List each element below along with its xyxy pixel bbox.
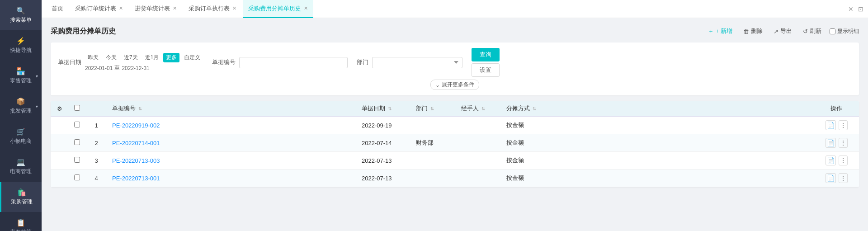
setting-button[interactable]: 设置 <box>472 63 500 77</box>
row-action-icons-1: 📄 ⋮ <box>818 138 854 148</box>
row-action-icons-0: 📄 ⋮ <box>818 120 854 130</box>
th-split-method[interactable]: 分摊方式 ⇅ <box>502 101 814 117</box>
row-action-icons-2: 📄 ⋮ <box>818 156 854 165</box>
sidebar-item-inventory-label: 库存核算 <box>10 228 32 231</box>
page-title: 采购费用分摊单历史 <box>51 27 116 36</box>
search-button[interactable]: 查询 <box>472 48 500 61</box>
th-settings[interactable]: ⚙ <box>51 101 69 117</box>
row-checkbox-1[interactable] <box>74 139 80 145</box>
row-checkbox-0[interactable] <box>74 122 80 127</box>
row-checkbox-2[interactable] <box>74 157 80 163</box>
row-doc-link-3[interactable]: PE-20220713-001 <box>112 175 160 182</box>
row-more-icon-3[interactable]: ⋮ <box>839 173 848 183</box>
row-doc-link-2[interactable]: PE-20220713-003 <box>112 157 160 164</box>
tab-purchase-cost-history[interactable]: 采购费用分摊单历史 ✕ <box>243 0 313 18</box>
row-edit-icon-0[interactable]: 📄 <box>826 120 836 130</box>
table-area: ⚙ 单据编号 ⇅ 单据日期 ⇅ <box>51 101 859 187</box>
row-cb-1 <box>69 134 85 152</box>
sidebar-item-retail-label: 零售管理 <box>10 77 32 85</box>
table-row: 2 PE-20220714-001 2022-07-14 财务部 按金额 📄 ⋮ <box>51 134 859 152</box>
date-btn-yesterday[interactable]: 昨天 <box>85 53 101 62</box>
refresh-button[interactable]: ↺ 刷新 <box>800 25 824 37</box>
select-all-checkbox[interactable] <box>74 105 80 111</box>
date-to-value: 2022-12-31 <box>122 65 149 71</box>
table-row: 3 PE-20220713-003 2022-07-13 按金额 📄 ⋮ <box>51 152 859 170</box>
row-more-icon-2[interactable]: ⋮ <box>839 156 848 165</box>
row-doc-no-1: PE-20220714-001 <box>108 134 357 152</box>
row-doc-link-0[interactable]: PE-20220919-002 <box>112 122 160 129</box>
show-columns-input[interactable] <box>830 28 835 34</box>
tab-close-purchase-order-exec[interactable]: ✕ <box>232 5 236 11</box>
row-split-3: 按金额 <box>502 170 814 187</box>
row-handler-3 <box>457 170 502 187</box>
delete-button[interactable]: 🗑 删除 <box>741 25 765 37</box>
date-btn-more[interactable]: 更多 <box>163 53 179 62</box>
date-btn-7days[interactable]: 近7天 <box>121 53 141 62</box>
refresh-label: 刷新 <box>810 27 821 35</box>
th-no <box>85 101 108 117</box>
th-dept[interactable]: 部门 ⇅ <box>411 101 457 117</box>
ecom-icon: 💻 <box>16 158 25 166</box>
sidebar-item-search[interactable]: 🔍 搜索菜单 <box>0 0 42 30</box>
toolbar: ＋ + 新增 🗑 删除 ↗ 导出 ↺ 刷新 显示明细 <box>705 25 859 37</box>
chevron-down-icon3: ⌄ <box>435 82 440 88</box>
tab-purchase-order-stats[interactable]: 采购订单统计表 ✕ <box>70 0 128 18</box>
row-split-1: 按金额 <box>502 134 814 152</box>
tab-home-label: 首页 <box>52 5 63 13</box>
data-table: ⚙ 单据编号 ⇅ 单据日期 ⇅ <box>51 101 859 187</box>
th-date[interactable]: 单据日期 ⇅ <box>357 101 411 117</box>
row-edit-icon-3[interactable]: 📄 <box>826 173 836 183</box>
date-btn-1month[interactable]: 近1月 <box>142 53 162 62</box>
row-more-icon-1[interactable]: ⋮ <box>839 138 848 148</box>
row-dept-2 <box>411 152 457 170</box>
show-columns-checkbox[interactable]: 显示明细 <box>830 28 859 35</box>
sidebar-item-retail[interactable]: 🏪 零售管理 ▾ <box>0 61 42 91</box>
row-more-icon-0[interactable]: ⋮ <box>839 120 848 130</box>
row-edit-icon-1[interactable]: 📄 <box>826 138 836 148</box>
row-dept-1: 财务部 <box>411 134 457 152</box>
row-date-2: 2022-07-13 <box>357 152 411 170</box>
row-split-0: 按金额 <box>502 117 814 134</box>
tab-purchase-order-exec[interactable]: 采购订单执行表 ✕ <box>183 0 242 18</box>
sidebar-item-search-label: 搜索菜单 <box>10 16 32 24</box>
sidebar: 🔍 搜索菜单 ⚡ 快捷导航 🏪 零售管理 ▾ 📦 批发管理 ▾ 🛒 小畅电商 💻… <box>0 0 42 231</box>
row-doc-link-1[interactable]: PE-20220714-001 <box>112 140 160 146</box>
tab-close-purchase-goods-stats[interactable]: ✕ <box>173 5 177 11</box>
th-split-label: 分摊方式 <box>506 105 530 112</box>
row-checkbox-3[interactable] <box>74 174 80 180</box>
add-button[interactable]: ＋ + 新增 <box>705 25 735 37</box>
tab-close-purchase-cost-history[interactable]: ✕ <box>304 5 308 11</box>
tab-home[interactable]: 首页 <box>46 0 69 18</box>
search-icon: 🔍 <box>16 6 25 15</box>
th-doc-no[interactable]: 单据编号 ⇅ <box>108 101 357 117</box>
sidebar-item-ecom-small[interactable]: 🛒 小畅电商 <box>0 121 42 151</box>
date-btn-custom[interactable]: 自定义 <box>181 53 203 62</box>
date-range-separator: 至 <box>114 64 120 72</box>
row-edit-icon-2[interactable]: 📄 <box>826 156 836 165</box>
row-settings-0 <box>51 117 69 134</box>
date-range-btns: 昨天 今天 近7天 近1月 更多 自定义 <box>85 53 203 62</box>
date-from-value: 2022-01-01 <box>85 65 113 71</box>
tab-purchase-goods-stats[interactable]: 进货单统计表 ✕ <box>129 0 182 18</box>
sort-doc-icon: ⇅ <box>138 106 142 111</box>
search-area: 单据日期 昨天 今天 近7天 近1月 更多 自定义 2022-01-01 <box>51 42 859 95</box>
row-action-0: 📄 ⋮ <box>814 117 859 134</box>
expand-more-button[interactable]: ⌄ 展开更多条件 <box>430 80 479 90</box>
delete-icon: 🗑 <box>743 28 749 35</box>
close-all-icon[interactable]: ✕ <box>848 5 854 13</box>
th-handler[interactable]: 经手人 ⇅ <box>457 101 502 117</box>
refresh-icon: ↺ <box>803 28 808 35</box>
maximize-icon[interactable]: ⊡ <box>858 5 863 13</box>
sidebar-item-ecom[interactable]: 💻 电商管理 <box>0 151 42 182</box>
doc-no-search-field: 单据编号 <box>212 57 348 68</box>
sidebar-item-purchase[interactable]: 🛍️ 采购管理 <box>0 182 42 212</box>
dept-select[interactable]: 财务部 <box>372 57 462 68</box>
row-date-0: 2022-09-19 <box>357 117 411 134</box>
sidebar-item-inventory[interactable]: 📋 库存核算 <box>0 212 42 231</box>
export-button[interactable]: ↗ 导出 <box>771 25 795 37</box>
date-btn-today[interactable]: 今天 <box>103 53 119 62</box>
sidebar-item-shortcut[interactable]: ⚡ 快捷导航 <box>0 30 42 61</box>
sidebar-item-wholesale[interactable]: 📦 批发管理 ▾ <box>0 91 42 121</box>
tab-close-purchase-order-stats[interactable]: ✕ <box>119 5 123 11</box>
doc-no-input[interactable] <box>239 57 348 68</box>
